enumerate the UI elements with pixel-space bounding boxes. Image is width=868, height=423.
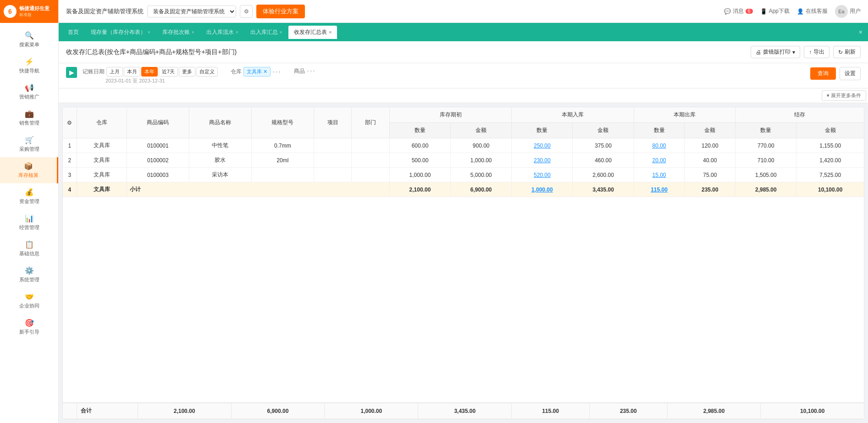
sidebar-item-8[interactable]: 📋基础信息 bbox=[0, 236, 58, 262]
sub-in-qty[interactable]: 1,000.00 bbox=[512, 182, 573, 197]
page-title: 收发存汇总表(按仓库+商品编码+商品+规格型号+项目+部门) bbox=[66, 48, 237, 61]
logo-text: 畅捷通好生意 标准版 bbox=[19, 5, 50, 18]
th-bal-qty: 数量 bbox=[735, 123, 796, 138]
filter-toggle-button[interactable]: ▶ bbox=[66, 67, 77, 78]
table-row: 3 文具库 0100003 采访本 1,000.00 5,000.00 520.… bbox=[63, 168, 864, 182]
tabbar-close-button[interactable]: × bbox=[857, 27, 864, 38]
sub-out-qty[interactable]: 115.00 bbox=[634, 182, 685, 197]
sidebar-label-2: 营销推广 bbox=[19, 93, 39, 100]
tab-close-4[interactable]: × bbox=[280, 30, 282, 35]
tab-close-5[interactable]: × bbox=[329, 30, 332, 35]
th-settings[interactable]: ⚙ bbox=[63, 107, 77, 138]
tab-close-3[interactable]: × bbox=[236, 30, 238, 35]
td-out-qty-0[interactable]: 80.00 bbox=[634, 138, 685, 153]
td-spec-2 bbox=[251, 168, 314, 182]
logo-title: 畅捷通好生意 bbox=[19, 5, 50, 12]
page-header: 收发存汇总表(按仓库+商品编码+商品+规格型号+项目+部门) 🖨 拨镜版打印 ▾… bbox=[59, 41, 868, 63]
td-warehouse-1: 文具库 bbox=[77, 153, 127, 168]
sidebar-item-9[interactable]: ⚙️系统管理 bbox=[0, 262, 58, 288]
tab-close-1[interactable]: × bbox=[148, 30, 150, 35]
tab-5[interactable]: 收发存汇总表× bbox=[288, 26, 337, 39]
sidebar-item-2[interactable]: 📢营销推广 bbox=[0, 79, 58, 105]
td-out-qty-2[interactable]: 15.00 bbox=[634, 168, 685, 182]
online-service-item[interactable]: 👤 在线客服 bbox=[797, 7, 828, 15]
td-init-qty-2: 1,000.00 bbox=[389, 168, 450, 182]
date-btn-本年[interactable]: 本年 bbox=[141, 67, 158, 77]
td-init-amount-1: 1,000.00 bbox=[451, 153, 512, 168]
th-init-amount: 金额 bbox=[451, 123, 512, 138]
phone-icon: 📱 bbox=[760, 8, 767, 15]
date-btn-更多[interactable]: 更多 bbox=[179, 67, 195, 77]
td-name-0: 中性笔 bbox=[189, 138, 251, 153]
export-icon: ↑ bbox=[809, 49, 812, 55]
td-project-0 bbox=[314, 138, 352, 153]
settings-icon[interactable]: ⚙ bbox=[240, 5, 253, 18]
sidebar-icon-6: 💰 bbox=[25, 188, 34, 197]
sidebar-icon-3: 💼 bbox=[25, 110, 34, 118]
td-in-qty-0[interactable]: 250.00 bbox=[512, 138, 573, 153]
td-in-amount-2: 2,600.00 bbox=[573, 168, 634, 182]
tab-4[interactable]: 出入库汇总× bbox=[245, 26, 288, 39]
query-button[interactable]: 查询 bbox=[810, 67, 836, 80]
date-btn-近7天[interactable]: 近7天 bbox=[159, 67, 178, 77]
sidebar-item-1[interactable]: ⚡快捷导航 bbox=[0, 53, 58, 79]
sidebar-item-10[interactable]: 🤝企业协同 bbox=[0, 288, 58, 314]
tab-0[interactable]: 首页 bbox=[62, 26, 84, 39]
date-btn-自定义[interactable]: 自定义 bbox=[196, 67, 218, 77]
td-in-qty-2[interactable]: 520.00 bbox=[512, 168, 573, 182]
td-dept-1 bbox=[352, 153, 390, 168]
date-btn-上月[interactable]: 上月 bbox=[106, 67, 123, 77]
refresh-button[interactable]: ↻ 刷新 bbox=[833, 46, 861, 58]
td-bal-amount-0: 1,155.00 bbox=[796, 138, 864, 153]
filter-setting-button[interactable]: 设置 bbox=[840, 67, 861, 80]
sub-bal-amount: 10,100.00 bbox=[796, 182, 864, 197]
th-init-group: 库存期初 bbox=[389, 107, 511, 123]
tab-label-0: 首页 bbox=[68, 28, 79, 36]
tab-label-3: 出入库流水 bbox=[206, 28, 234, 36]
sidebar-item-3[interactable]: 💼销售管理 bbox=[0, 105, 58, 131]
app-download-item[interactable]: 📱 App下载 bbox=[760, 7, 790, 15]
sidebar-icon-7: 📊 bbox=[25, 214, 34, 223]
sidebar-item-7[interactable]: 📊经营管理 bbox=[0, 209, 58, 236]
tab-3[interactable]: 出入库流水× bbox=[201, 26, 244, 39]
sub-init-qty: 2,100.00 bbox=[389, 182, 450, 197]
sidebar-item-6[interactable]: 💰资金管理 bbox=[0, 183, 58, 209]
td-out-qty-1[interactable]: 20.00 bbox=[634, 153, 685, 168]
online-service-label: 在线客服 bbox=[806, 7, 828, 15]
topbar-left: 装备及固定资产辅助管理系统 装备及固定资产辅助管理系统 ⚙ 体验行业方案 bbox=[66, 5, 305, 18]
expand-button[interactable]: ▾ 展开更多条件 bbox=[822, 90, 866, 101]
tab-1[interactable]: 现存量（库存分布表）× bbox=[85, 26, 156, 39]
data-table-container: ⚙ 仓库 商品编码 商品名称 规格型号 项目 部门 库存期初 本期入库 本期出库… bbox=[62, 107, 864, 419]
page-actions: 🖨 拨镜版打印 ▾ ↑ 导出 ↻ 刷新 bbox=[751, 46, 861, 63]
th-in-qty: 数量 bbox=[512, 123, 573, 138]
date-range: 2023-01-01 至 2023-12-31 bbox=[105, 77, 218, 84]
warehouse-tag-close[interactable]: ✕ bbox=[263, 69, 267, 75]
th-goods-spec: 规格型号 bbox=[251, 107, 314, 138]
warehouse-more-btn[interactable]: ··· bbox=[272, 68, 281, 76]
service-icon: 👤 bbox=[797, 8, 804, 15]
tab-2[interactable]: 库存批次账× bbox=[157, 26, 200, 39]
print-button[interactable]: 🖨 拨镜版打印 ▾ bbox=[751, 46, 800, 58]
td-init-qty-0: 600.00 bbox=[389, 138, 450, 153]
date-filter-controls: 记账日期 上月本月本年近7天更多自定义 bbox=[83, 67, 218, 77]
tab-close-2[interactable]: × bbox=[192, 30, 194, 35]
td-in-qty-1[interactable]: 230.00 bbox=[512, 153, 573, 168]
tab-label-2: 库存批次账 bbox=[162, 28, 190, 36]
export-button[interactable]: ↑ 导出 bbox=[804, 46, 829, 58]
message-item[interactable]: 💬 消息 6 bbox=[724, 7, 753, 15]
sidebar-icon-9: ⚙️ bbox=[25, 266, 34, 275]
th-in-group: 本期入库 bbox=[512, 107, 634, 123]
date-btn-本月[interactable]: 本月 bbox=[124, 67, 140, 77]
total-out-qty: 115.00 bbox=[512, 403, 590, 419]
tab-label-1: 现存量（库存分布表） bbox=[91, 28, 146, 36]
sidebar-item-11[interactable]: 🎯新手引导 bbox=[0, 314, 58, 340]
trial-button[interactable]: 体验行业方案 bbox=[256, 5, 305, 18]
sidebar-item-0[interactable]: 🔍搜索菜单 bbox=[0, 27, 58, 53]
user-item[interactable]: Ea 用户 bbox=[835, 5, 861, 18]
sidebar-item-5[interactable]: 📦库存核算 bbox=[0, 157, 58, 183]
sidebar-item-4[interactable]: 🛒采购管理 bbox=[0, 131, 58, 157]
sub-warehouse: 文具库 bbox=[77, 182, 127, 197]
goods-more-btn[interactable]: ··· bbox=[307, 67, 315, 75]
system-select[interactable]: 装备及固定资产辅助管理系统 bbox=[147, 5, 236, 17]
expand-row: ▾ 展开更多条件 bbox=[59, 88, 868, 103]
